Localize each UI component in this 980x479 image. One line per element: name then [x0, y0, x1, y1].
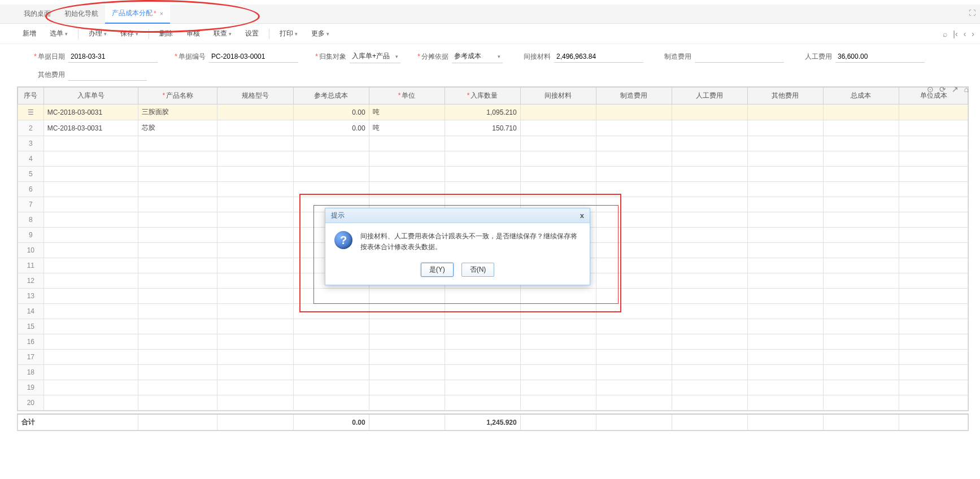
table-row-empty[interactable]: 14: [18, 304, 968, 319]
table-row-empty[interactable]: 3: [18, 136, 968, 151]
export-icon[interactable]: ↗: [952, 85, 959, 94]
cell-dw[interactable]: 吨: [369, 104, 445, 120]
indirect-input[interactable]: [554, 51, 643, 63]
row-seq: 12: [18, 273, 44, 289]
table-row-empty[interactable]: 19: [18, 380, 968, 395]
row-seq: 17: [18, 350, 44, 365]
cell-qt[interactable]: [747, 104, 823, 120]
cell-pm[interactable]: 三胺面胶: [138, 104, 217, 120]
cell-rg[interactable]: [672, 120, 747, 136]
new-button[interactable]: 新增: [17, 26, 42, 42]
table-row-empty[interactable]: 16: [18, 334, 968, 350]
batch-button[interactable]: 办理▾: [83, 26, 112, 42]
col-zz[interactable]: 制造费用: [596, 88, 672, 104]
table-row-empty[interactable]: 17: [18, 350, 968, 365]
home-icon[interactable]: ⌂: [964, 85, 969, 94]
row-seq: 10: [18, 243, 44, 258]
no-button[interactable]: 否(N): [461, 263, 495, 277]
tab-desktop[interactable]: 我的桌面: [17, 5, 58, 24]
yes-button[interactable]: 是(Y): [421, 263, 454, 277]
table-row-empty[interactable]: 6: [18, 182, 968, 197]
row-seq: 11: [18, 258, 44, 273]
table-row-empty[interactable]: 20: [18, 395, 968, 411]
row-seq: 6: [18, 182, 44, 197]
col-zcb[interactable]: 总成本: [823, 88, 899, 104]
other-input[interactable]: [68, 69, 147, 81]
table-row-empty[interactable]: 5: [18, 167, 968, 182]
table-row-empty[interactable]: 18: [18, 365, 968, 380]
table-row[interactable]: ☰ MC-2018-03-0031 三胺面胶 0.00 吨 1,095.210: [18, 104, 968, 120]
print-button[interactable]: 打印▾: [274, 26, 303, 42]
cell-jj[interactable]: [520, 120, 596, 136]
select-button[interactable]: 选单▾: [44, 26, 73, 42]
basis-select[interactable]: 参考成本▾: [452, 50, 503, 63]
tab-cost-allocation[interactable]: 产品成本分配 * ×: [105, 5, 170, 24]
row-seq: 2: [18, 120, 44, 136]
mfg-input[interactable]: [695, 51, 784, 63]
cell-gg[interactable]: [217, 120, 293, 136]
table-header-row: 序号 入库单号 *产品名称 规格型号 参考总成本 *单位 *入库数量 间接材料 …: [18, 88, 968, 104]
dialog-titlebar[interactable]: 提示 x: [325, 208, 590, 223]
col-qt[interactable]: 其他费用: [747, 88, 823, 104]
col-dh[interactable]: 入库单号: [43, 88, 138, 104]
cell-jj[interactable]: [520, 104, 596, 120]
table-row-empty[interactable]: 4: [18, 151, 968, 167]
cell-zcb[interactable]: [823, 104, 899, 120]
col-pm[interactable]: *产品名称: [138, 88, 217, 104]
no-label: *单据编号: [175, 52, 206, 62]
col-dw[interactable]: *单位: [369, 88, 445, 104]
row-seq: 15: [18, 319, 44, 334]
obj-select[interactable]: 入库单+产品▾: [350, 50, 400, 63]
tab-init-nav[interactable]: 初始化导航: [58, 5, 105, 24]
table-row-empty[interactable]: 15: [18, 319, 968, 334]
cell-dh[interactable]: MC-2018-03-0031: [43, 104, 138, 120]
prev-icon[interactable]: ‹: [964, 29, 966, 38]
refresh-icon[interactable]: ⟳: [939, 85, 946, 94]
footer-ck: 0.00: [293, 414, 369, 430]
tab-label: 我的桌面: [24, 9, 51, 19]
col-jj[interactable]: 间接材料: [520, 88, 596, 104]
table-row-empty[interactable]: 13: [18, 289, 968, 304]
date-input[interactable]: [68, 51, 158, 63]
cell-dcb[interactable]: [899, 104, 968, 120]
cell-ck[interactable]: 0.00: [293, 120, 369, 136]
delete-button[interactable]: 删除: [154, 26, 178, 42]
close-icon[interactable]: ×: [160, 10, 163, 17]
row-seq: 16: [18, 334, 44, 350]
cell-dcb[interactable]: [899, 120, 968, 136]
col-seq[interactable]: 序号: [18, 88, 44, 104]
search-icon[interactable]: ⌕: [943, 29, 947, 38]
save-button[interactable]: 保存▾: [115, 26, 144, 42]
first-icon[interactable]: |‹: [953, 29, 957, 38]
cell-ck[interactable]: 0.00: [293, 104, 369, 120]
cell-zcb[interactable]: [823, 120, 899, 136]
col-gg[interactable]: 规格型号: [217, 88, 293, 104]
other-label: 其他费用: [34, 70, 65, 80]
more-button[interactable]: 更多▾: [306, 26, 335, 42]
no-input[interactable]: [209, 51, 298, 63]
cell-zz[interactable]: [596, 104, 672, 120]
close-icon[interactable]: x: [580, 211, 584, 220]
labor-input[interactable]: [835, 51, 925, 63]
cell-qt[interactable]: [747, 120, 823, 136]
cell-dw[interactable]: 吨: [369, 120, 445, 136]
cell-pm[interactable]: 芯胶: [138, 120, 217, 136]
cell-zz[interactable]: [596, 120, 672, 136]
col-ck[interactable]: 参考总成本: [293, 88, 369, 104]
col-rg[interactable]: 人工费用: [672, 88, 747, 104]
link-button[interactable]: 联查▾: [208, 26, 237, 42]
fullscreen-icon[interactable]: ⛶: [969, 9, 975, 17]
cell-dh[interactable]: MC-2018-03-0031: [43, 120, 138, 136]
cell-rg[interactable]: [672, 104, 747, 120]
cell-sl[interactable]: 1,095.210: [445, 104, 520, 120]
table-row[interactable]: 2 MC-2018-03-0031 芯胶 0.00 吨 150.710: [18, 120, 968, 136]
cell-gg[interactable]: [217, 104, 293, 120]
option-button[interactable]: 设置: [239, 26, 264, 42]
audit-button[interactable]: 审核: [181, 26, 206, 42]
tabs-bar: 我的桌面 初始化导航 产品成本分配 * × ⛶: [0, 5, 980, 24]
col-sl[interactable]: *入库数量: [445, 88, 520, 104]
dirty-indicator: *: [154, 10, 156, 18]
cell-sl[interactable]: 150.710: [445, 120, 520, 136]
location-icon[interactable]: ⊙: [927, 85, 934, 94]
next-icon[interactable]: ›: [972, 29, 974, 38]
